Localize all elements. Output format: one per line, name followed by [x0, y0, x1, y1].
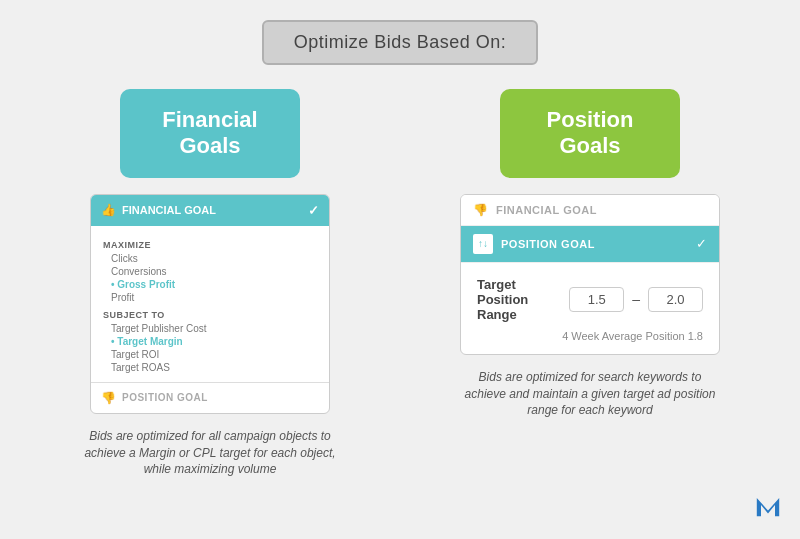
left-caption: Bids are optimized for all campaign obje…: [80, 428, 340, 478]
financial-goal-label: FINANCIAL GOAL: [122, 204, 216, 216]
maximize-section-label: MAXIMIZE: [103, 240, 317, 250]
financial-goals-panel: 👍 FINANCIAL GOAL ✓ MAXIMIZE Clicks Conve…: [90, 194, 330, 414]
range-dash: –: [632, 291, 640, 307]
position-goal-row[interactable]: ↑↓ POSITION GOAL ✓: [461, 226, 719, 263]
thumb-down-icon: 👎: [101, 391, 116, 405]
position-icon: ↑↓: [473, 234, 493, 254]
financial-goal-checkmark: ✓: [308, 203, 319, 218]
menu-item-target-roas[interactable]: Target ROAS: [103, 361, 317, 374]
range-label: Target Position Range: [477, 277, 557, 322]
range-min-input[interactable]: [569, 287, 624, 312]
avg-position-text: 4 Week Average Position 1.8: [461, 328, 719, 354]
right-column: PositionGoals 👎 FINANCIAL GOAL ↑↓ POSITI…: [420, 89, 760, 419]
columns-row: FinancialGoals 👍 FINANCIAL GOAL ✓ MAXIMI…: [20, 89, 780, 478]
thumb-down-row-icon: 👎: [473, 203, 488, 217]
financial-goals-button[interactable]: FinancialGoals: [120, 89, 300, 178]
logo: [754, 491, 782, 525]
left-column: FinancialGoals 👍 FINANCIAL GOAL ✓ MAXIMI…: [40, 89, 380, 478]
menu-item-target-roi[interactable]: Target ROI: [103, 348, 317, 361]
position-goal-checkmark: ✓: [696, 236, 707, 251]
position-goal-row-label: POSITION GOAL: [501, 238, 688, 250]
panel-body: MAXIMIZE Clicks Conversions Gross Profit…: [91, 226, 329, 382]
right-caption: Bids are optimized for search keywords t…: [460, 369, 720, 419]
position-range-row: Target Position Range –: [461, 263, 719, 328]
menu-item-clicks[interactable]: Clicks: [103, 252, 317, 265]
financial-goal-row-label: FINANCIAL GOAL: [496, 204, 707, 216]
menu-item-profit[interactable]: Profit: [103, 291, 317, 304]
thumb-up-icon: 👍: [101, 203, 116, 217]
position-goals-button[interactable]: PositionGoals: [500, 89, 680, 178]
financial-goal-header[interactable]: 👍 FINANCIAL GOAL ✓: [91, 195, 329, 226]
menu-item-target-publisher-cost[interactable]: Target Publisher Cost: [103, 322, 317, 335]
financial-goal-header-left: 👍 FINANCIAL GOAL: [101, 203, 216, 217]
menu-item-conversions[interactable]: Conversions: [103, 265, 317, 278]
page-container: Optimize Bids Based On: FinancialGoals 👍…: [0, 0, 800, 539]
menu-item-gross-profit[interactable]: Gross Profit: [103, 278, 317, 291]
header-title: Optimize Bids Based On:: [262, 20, 539, 65]
position-goal-footer[interactable]: 👎 POSITION GOAL: [91, 382, 329, 413]
position-goals-panel: 👎 FINANCIAL GOAL ↑↓ POSITION GOAL ✓ Targ…: [460, 194, 720, 355]
menu-item-target-margin[interactable]: Target Margin: [103, 335, 317, 348]
range-max-input[interactable]: [648, 287, 703, 312]
subject-section-label: SUBJECT TO: [103, 310, 317, 320]
position-goal-label: POSITION GOAL: [122, 392, 208, 403]
financial-goal-row[interactable]: 👎 FINANCIAL GOAL: [461, 195, 719, 226]
svg-marker-0: [757, 498, 779, 516]
